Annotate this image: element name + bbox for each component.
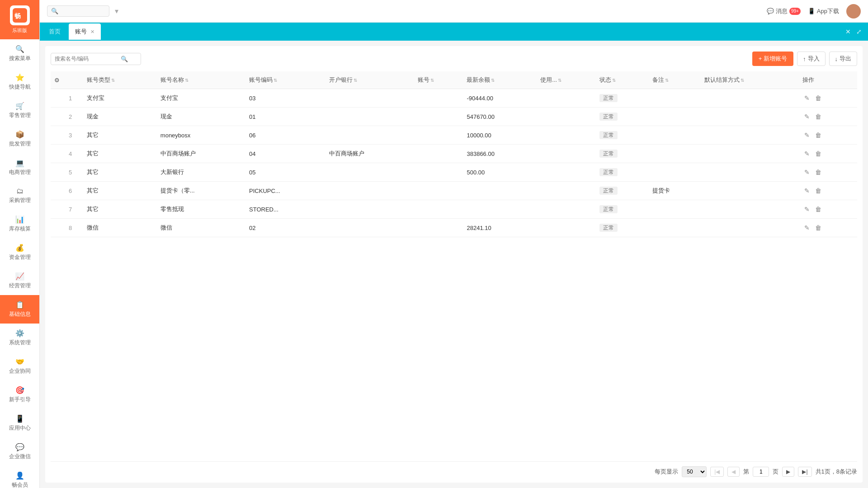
col-bank[interactable]: 开户银行⇅ (326, 71, 414, 89)
edit-button-1[interactable]: ✎ (802, 112, 811, 121)
edit-button-5[interactable]: ✎ (802, 186, 811, 195)
sidebar-item-new-guide[interactable]: 🎯新手引导 (0, 380, 39, 409)
col-status[interactable]: 状态⇅ (596, 71, 649, 89)
delete-button-0[interactable]: 🗑 (813, 94, 823, 103)
sidebar-item-inventory[interactable]: 📊库存核算 (0, 210, 39, 238)
row-account-code-0: 03 (245, 89, 326, 108)
col-account-code[interactable]: 账号编码⇅ (245, 71, 326, 89)
row-account-name-4: 大新银行 (157, 163, 245, 182)
search-menu-icon: 🔍 (15, 45, 24, 53)
sidebar-item-wholesale-mgmt[interactable]: 📦批发管理 (0, 125, 39, 153)
last-page-button[interactable]: ▶| (798, 467, 811, 477)
col-account-name[interactable]: 账号名称⇅ (157, 71, 245, 89)
row-balance-1: 547670.00 (463, 108, 537, 126)
row-action-3: ✎ 🗑 (799, 145, 857, 163)
row-account-name-1: 现金 (157, 108, 245, 126)
col-remark[interactable]: 备注⇅ (649, 71, 701, 89)
message-button[interactable]: 💬 消息 99+ (767, 7, 801, 15)
main-area: 🔍 ▾ 💬 消息 99+ 📱 App下载 首页账号✕ ✕ ⤢ (40, 0, 868, 488)
tab-close-account[interactable]: ✕ (90, 29, 94, 35)
dropdown-icon[interactable]: ▾ (115, 7, 118, 15)
sidebar-item-quick-nav[interactable]: ⭐快捷导航 (0, 68, 39, 96)
sidebar-item-ecommerce-mgmt[interactable]: 💻电商管理 (0, 153, 39, 182)
row-account-no-4 (414, 163, 463, 182)
delete-button-4[interactable]: 🗑 (813, 168, 823, 177)
row-bank-2 (326, 126, 414, 145)
search-wrap[interactable]: 🔍 (51, 53, 141, 65)
sidebar-item-system-mgmt[interactable]: ⚙️系统管理 (0, 324, 39, 352)
edit-button-4[interactable]: ✎ (802, 168, 811, 177)
logo-area: 畅 乐班版 (0, 0, 39, 39)
add-account-button[interactable]: + 新增账号 (752, 52, 793, 66)
tab-close-action[interactable]: ✕ (844, 27, 852, 36)
app-download-button[interactable]: 📱 App下载 (808, 7, 839, 15)
next-page-button[interactable]: ▶ (782, 467, 794, 477)
avatar[interactable] (846, 4, 861, 19)
delete-button-1[interactable]: 🗑 (813, 112, 823, 121)
edit-button-7[interactable]: ✎ (802, 223, 811, 232)
settings-icon[interactable]: ⚙ (54, 77, 60, 84)
col-balance[interactable]: 最新余额⇅ (463, 71, 537, 89)
col-default-settlement[interactable]: 默认结算方式⇅ (701, 71, 799, 89)
top-search-input[interactable] (60, 8, 105, 14)
edit-button-3[interactable]: ✎ (802, 149, 811, 158)
message-badge: 99+ (789, 8, 801, 15)
toolbar: 🔍 + 新增账号 ↑ 导入 ↓ 导出 (51, 52, 857, 66)
row-bank-1 (326, 108, 414, 126)
sidebar-item-enterprise-wechat[interactable]: 💬企业微信 (0, 437, 39, 466)
delete-button-5[interactable]: 🗑 (813, 186, 823, 195)
sidebar-item-basic-info[interactable]: 📋基础信息 (0, 295, 39, 324)
quick-nav-icon: ⭐ (15, 73, 24, 82)
sidebar-item-retail-mgmt[interactable]: 🛒零售管理 (0, 96, 39, 125)
member-icon: 👤 (15, 471, 24, 480)
sidebar-item-enterprise-agreement[interactable]: 🤝企业协同 (0, 352, 39, 380)
delete-button-7[interactable]: 🗑 (813, 223, 823, 232)
row-usage-7 (537, 219, 596, 237)
edit-button-2[interactable]: ✎ (802, 131, 811, 140)
edit-button-6[interactable]: ✎ (802, 205, 811, 214)
first-page-button[interactable]: |◀ (710, 467, 724, 477)
delete-button-6[interactable]: 🗑 (813, 205, 823, 214)
delete-button-3[interactable]: 🗑 (813, 149, 823, 158)
inventory-icon: 📊 (15, 215, 24, 224)
row-account-name-5: 提货卡（零... (157, 182, 245, 200)
row-bank-7 (326, 219, 414, 237)
sidebar-item-member[interactable]: 👤畅会员 (0, 466, 39, 488)
sidebar-item-label: 基础信息 (9, 310, 31, 318)
tab-expand-action[interactable]: ⤢ (855, 27, 863, 36)
delete-button-2[interactable]: 🗑 (813, 131, 823, 140)
row-balance-2: 10000.00 (463, 126, 537, 145)
search-input[interactable] (55, 56, 118, 62)
import-button[interactable]: ↑ 导入 (797, 52, 826, 66)
sidebar-item-purchase-mgmt[interactable]: 🗂采购管理 (0, 182, 39, 210)
col-usage[interactable]: 使用...⇅ (537, 71, 596, 89)
row-account-type-7: 微信 (83, 219, 157, 237)
edit-button-0[interactable]: ✎ (802, 94, 811, 103)
tab-account[interactable]: 账号✕ (69, 23, 101, 40)
tab-home[interactable]: 首页 (42, 24, 67, 39)
sidebar-item-operation-mgmt[interactable]: 📈经营管理 (0, 267, 39, 295)
sidebar-item-search-menu[interactable]: 🔍搜索菜单 (0, 39, 39, 68)
page-size-select[interactable]: 50 100 200 (682, 466, 707, 477)
row-remark-1 (649, 108, 701, 126)
app-download-label: App下载 (817, 7, 839, 15)
export-button[interactable]: ↓ 导出 (829, 52, 858, 66)
sidebar-item-label: 批发管理 (9, 140, 31, 148)
col-account-type[interactable]: 账号类型⇅ (83, 71, 157, 89)
sidebar-item-label: 企业微信 (9, 453, 31, 460)
message-label: 消息 (776, 7, 788, 15)
row-account-no-0 (414, 89, 463, 108)
top-search-box[interactable]: 🔍 (47, 5, 109, 17)
app-icon: 📱 (808, 8, 815, 14)
prev-page-button[interactable]: ◀ (727, 467, 740, 477)
col-num (65, 71, 83, 89)
row-account-name-2: moneybosx (157, 126, 245, 145)
col-account-no[interactable]: 账号⇅ (414, 71, 463, 89)
table-row: 8 微信 微信 02 28241.10 正常 ✎ 🗑 (51, 219, 857, 237)
row-default-settlement-6 (701, 200, 799, 219)
page-number-input[interactable] (753, 467, 769, 477)
sidebar-item-capital-mgmt[interactable]: 💰资金管理 (0, 238, 39, 267)
sidebar-item-app-center[interactable]: 📱应用中心 (0, 409, 39, 437)
row-account-no-5 (414, 182, 463, 200)
col-settings[interactable]: ⚙ (51, 71, 65, 89)
